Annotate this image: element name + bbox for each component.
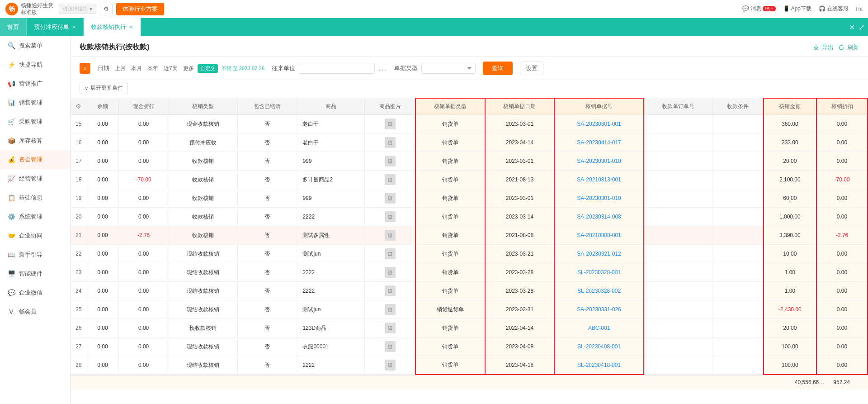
refresh-button[interactable]: 刷新 [838,43,859,52]
app-download-link[interactable]: 📱 App下载 [783,5,811,13]
table-row-writeoff-no[interactable]: SL-20230408-001 [554,337,643,356]
industry-button[interactable]: 体验行业方案 [116,3,164,15]
table-row-include-settled: 否 [237,208,297,226]
col-receipt-condition-header: 收款条件 [713,98,764,115]
date-custom-button[interactable]: 自定义 [198,64,218,73]
management-icon: 📈 [7,175,15,183]
sidebar-item-member[interactable]: V 畅会员 [0,302,70,321]
table-row-writeoff-date: 2023-04-14 [485,133,555,152]
table-row-writeoff-no[interactable]: SL-20230328-002 [554,282,643,300]
voucher-type-select[interactable] [421,63,476,74]
date-btn-this-month[interactable]: 本月 [129,64,144,73]
query-button[interactable]: 查询 [483,62,513,75]
table-row-include-settled: 否 [237,115,297,133]
sidebar-item-collab[interactable]: 🤝 企业协同 [0,226,70,245]
table-row-writeoff-date: 2023-04-18 [485,356,555,375]
table-row-receipt-condition [713,226,764,245]
collab-icon: 🤝 [7,232,15,240]
close-window-icon[interactable]: ✕ [849,23,855,32]
table-row-writeoff-type: 现结收款核销 [169,337,237,356]
sidebar-item-quicknav[interactable]: ⚡ 快捷导航 [0,55,70,74]
col-writeoff-no-header: 核销单据号 [554,98,643,115]
table-row-writeoff-no[interactable]: ABC-001 [554,319,643,337]
table-row-balance: 0.00 [87,226,118,245]
table-row-writeoff-no[interactable]: SA-20210813-001 [554,171,643,189]
table-row-num: 19 [71,189,87,208]
table-row-writeoff-no[interactable]: SA-20230331-026 [554,300,643,319]
date-btn-last-month[interactable]: 上月 [113,64,127,73]
table-wrapper: ⚙ 余额 现金折扣 核销类型 包含已结清 商品 商品图片 核销单据类型 核销单据… [71,98,868,404]
tab-prepay[interactable]: 预付冲应付单 ✕ [27,18,84,36]
user-name: Rit [856,6,863,12]
table-row-writeoff-type: 现结收款核销 [169,263,237,282]
table-row-num: 17 [71,152,87,171]
sidebar-item-system[interactable]: ⚙️ 系统管理 [0,207,70,226]
table-row-writeoff-amount: 1,000.00 [764,208,816,226]
online-service-link[interactable]: 🎧 在线客服 [819,5,849,13]
table-row-writeoff-no[interactable]: SA-20230301-010 [554,189,643,208]
sidebar-item-search[interactable]: 🔍 搜索菜单 [0,36,70,55]
settings-button[interactable]: 设置 [520,62,543,75]
table-row-product-img: 🖼 [365,356,415,375]
table-row-product-img: 🖼 [365,245,415,263]
sidebar-item-purchase[interactable]: 🛒 采购管理 [0,112,70,131]
sidebar-item-wechat[interactable]: 💬 企业微信 [0,283,70,302]
sidebar-item-inventory[interactable]: 📦 库存核算 [0,131,70,150]
table-row-writeoff-date: 2023-03-21 [485,245,555,263]
table-row-writeoff-discount: 0.00 [816,208,868,226]
tab-home[interactable]: 首页 [0,18,27,36]
table-row-product-img: 🖼 [365,319,415,337]
table-row-writeoff-voucher-type: 销货单 [415,337,485,356]
tab-close-prepay[interactable]: ✕ [72,24,76,30]
table-row-writeoff-no[interactable]: SL-20230328-001 [554,263,643,282]
table-row-balance: 0.00 [87,133,118,152]
date-btn-this-year[interactable]: 本年 [146,64,160,73]
table-row-writeoff-amount: 2,100.00 [764,171,816,189]
table-row-writeoff-no[interactable]: SA-20230301-010 [554,152,643,171]
date-btn-more[interactable]: 更多 [181,64,196,73]
table-row-num: 27 [71,337,87,356]
table-row-product: 999 [297,189,365,208]
counterparty-input[interactable] [299,63,375,74]
table-row-cash-discount: 0.00 [118,189,169,208]
table-row-product: 衣服00001 [297,337,365,356]
table-row-balance: 0.00 [87,115,118,133]
gear-button[interactable]: ⚙ [100,3,113,15]
table-row-receipt-order-no [644,189,713,208]
table-row-receipt-order-no [644,337,713,356]
table-row-writeoff-no[interactable]: SA-20230414-017 [554,133,643,152]
sidebar-item-finance[interactable]: 💰 资金管理 [0,150,70,169]
table-row-writeoff-no[interactable]: SA-20230314-008 [554,208,643,226]
table-row-writeoff-type: 现结收款核销 [169,245,237,263]
sidebar-item-sales[interactable]: 📊 销售管理 [0,93,70,112]
table-row-writeoff-no[interactable]: SA-20230301-001 [554,115,643,133]
table-row-writeoff-no[interactable]: SA-20210808-001 [554,226,643,245]
col-settings-header[interactable]: ⚙ [71,98,87,115]
table-row-cash-discount: 0.00 [118,356,169,375]
table-row-writeoff-no[interactable]: SA-20230321-012 [554,245,643,263]
export-button[interactable]: 导出 [813,43,834,52]
expand-conditions-button[interactable]: ∨ 展开更多条件 [80,82,128,94]
table-row-product: 2222 [297,282,365,300]
tab-writeoff[interactable]: 收款核销执行 ✕ [84,18,141,36]
table-row-writeoff-type: 收款核销 [169,189,237,208]
sidebar-item-hardware[interactable]: 🖥️ 智能硬件 [0,264,70,283]
filter-expand-button[interactable]: » [80,63,90,74]
table-row-writeoff-voucher-type: 销货单 [415,245,485,263]
sidebar-item-marketing[interactable]: 📢 营销推广 [0,74,70,93]
table-row-writeoff-discount: -2.76 [816,226,868,245]
org-selector[interactable]: 请选择组织 ▾ [59,4,96,14]
sidebar-item-basic[interactable]: 📋 基础信息 [0,188,70,207]
sidebar-item-management[interactable]: 📈 经营管理 [0,169,70,188]
table-row-writeoff-no[interactable]: SL-20230418-001 [554,356,643,375]
date-btn-7days[interactable]: 近7天 [162,64,179,73]
col-receipt-order-no-header: 收款单订单号 [644,98,713,115]
messages-link[interactable]: 💬 消息 99+ [742,5,776,13]
table-row-writeoff-type: 收款核销 [169,226,237,245]
member-icon: V [7,308,15,316]
tab-close-writeoff[interactable]: ✕ [129,24,133,30]
maximize-icon[interactable]: ⤢ [859,23,864,32]
table-row-writeoff-amount: 1.00 [764,282,816,300]
table-row-num: 26 [71,319,87,337]
sidebar-item-guide[interactable]: 📖 新手引导 [0,245,70,264]
